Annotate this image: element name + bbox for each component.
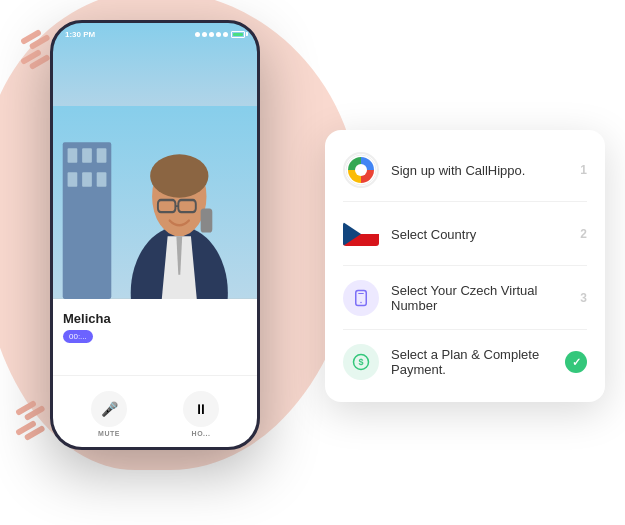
phone-call-info: Melicha 00:... 🎤 MUTE ⏸ HO...: [53, 299, 257, 447]
step-3-icon-wrap: [343, 280, 379, 316]
callhippo-logo: [343, 152, 379, 188]
step-1-icon-wrap: [343, 152, 379, 188]
mute-button[interactable]: 🎤 MUTE: [91, 391, 127, 437]
svg-rect-16: [201, 208, 213, 232]
payment-icon: $: [343, 344, 379, 380]
status-time: 1:30 PM: [65, 30, 95, 39]
hold-label: HO...: [192, 430, 211, 437]
step-3-label: Select Your Czech Virtual Number: [391, 283, 568, 313]
step-3-number: 3: [580, 291, 587, 305]
phone-status-bar: 1:30 PM: [53, 23, 257, 45]
step-2-label: Select Country: [391, 227, 568, 242]
step-3-item[interactable]: Select Your Czech Virtual Number 3: [325, 266, 605, 330]
svg-text:$: $: [358, 357, 363, 367]
steps-card: Sign up with CallHippo. 1 Select Country…: [325, 130, 605, 402]
step-4-label: Select a Plan & Complete Payment.: [391, 347, 553, 377]
phone-mockup: 1:30 PM: [50, 20, 260, 450]
decorative-dashes-bottom: [15, 401, 37, 445]
step-2-number: 2: [580, 227, 587, 241]
step-2-icon-wrap: [343, 216, 379, 252]
step-4-item[interactable]: $ Select a Plan & Complete Payment.: [325, 330, 605, 394]
step-1-number: 1: [580, 163, 587, 177]
step-1-label: Sign up with CallHippo.: [391, 163, 568, 178]
svg-rect-1: [63, 142, 112, 299]
step-1-item[interactable]: Sign up with CallHippo. 1: [325, 138, 605, 202]
svg-rect-7: [97, 172, 107, 186]
duration-badge: 00:...: [63, 330, 93, 343]
svg-rect-2: [68, 148, 78, 162]
mute-icon: 🎤: [91, 391, 127, 427]
phone-photo: [53, 23, 257, 299]
call-duration: 00:...: [53, 330, 257, 343]
svg-rect-4: [97, 148, 107, 162]
status-icons: [195, 31, 245, 38]
signal-dots: [195, 32, 228, 37]
virtual-number-icon: [343, 280, 379, 316]
hold-button[interactable]: ⏸ HO...: [183, 391, 219, 437]
svg-point-20: [360, 302, 362, 304]
czech-flag-icon: [343, 222, 379, 246]
caller-name: Melicha: [53, 299, 257, 330]
svg-rect-3: [82, 148, 92, 162]
svg-point-18: [355, 164, 367, 176]
svg-point-10: [150, 154, 208, 197]
decorative-dashes-top: [20, 30, 42, 74]
mute-label: MUTE: [98, 430, 120, 437]
step-2-item[interactable]: Select Country 2: [325, 202, 605, 266]
step-4-check: [565, 351, 587, 373]
battery-icon: [231, 31, 245, 38]
svg-rect-5: [68, 172, 78, 186]
hold-icon: ⏸: [183, 391, 219, 427]
svg-rect-6: [82, 172, 92, 186]
phone-controls: 🎤 MUTE ⏸ HO...: [53, 375, 257, 447]
step-4-icon-wrap: $: [343, 344, 379, 380]
